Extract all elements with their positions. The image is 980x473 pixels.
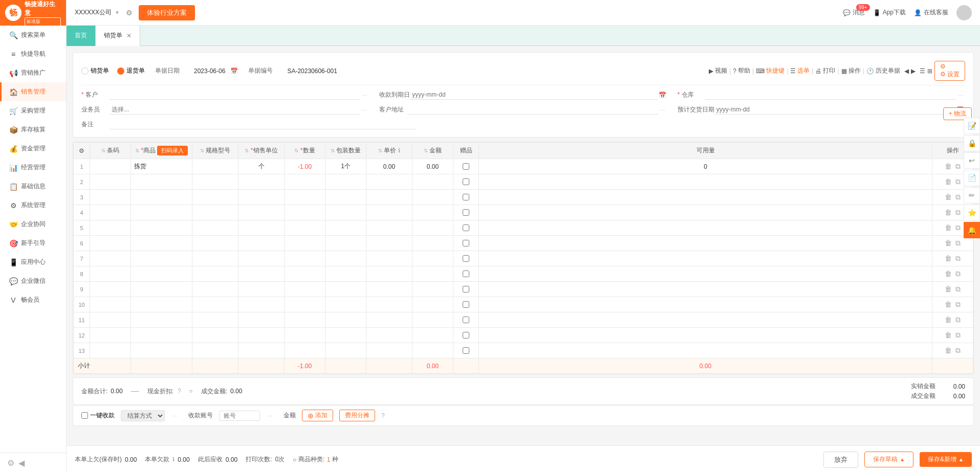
- cell-spec-3[interactable]: [192, 190, 238, 205]
- payment-method-select[interactable]: 结算方式: [121, 410, 165, 421]
- cell-gift-4[interactable]: [453, 205, 479, 220]
- rfloat-doc-btn[interactable]: 📄: [964, 170, 980, 186]
- sidebar-item-search[interactable]: 🔍 搜索菜单: [0, 26, 66, 44]
- cell-price-11[interactable]: [366, 312, 412, 328]
- copy-row-icon-13[interactable]: ⧉: [955, 346, 961, 354]
- barcode-input-6[interactable]: [93, 240, 127, 247]
- gift-check-13[interactable]: [463, 347, 469, 354]
- save-draft-btn[interactable]: 保存草稿 ▲: [864, 452, 913, 467]
- sort-unit-icon[interactable]: ⇅: [245, 148, 249, 153]
- cell-qty-12[interactable]: [285, 328, 325, 343]
- sidebar-item-wechat[interactable]: 💬 企业微信: [0, 272, 66, 290]
- delete-row-icon-5[interactable]: 🗑: [945, 223, 952, 232]
- collapse-icon[interactable]: ◀: [18, 458, 25, 468]
- cell-gift-1[interactable]: [453, 159, 479, 174]
- date-calendar-icon[interactable]: 📅: [230, 67, 238, 75]
- company-selector[interactable]: XXXXXX公司 ▼: [75, 8, 120, 17]
- cell-price-9[interactable]: [366, 282, 412, 297]
- sidebar-item-inventory[interactable]: 📦 库存核算: [0, 120, 66, 139]
- cell-spec-11[interactable]: [192, 312, 238, 328]
- payment-account-input[interactable]: [219, 411, 260, 421]
- copy-row-icon-3[interactable]: ⧉: [955, 193, 961, 201]
- cell-price-10[interactable]: [366, 297, 412, 312]
- barcode-input-11[interactable]: [93, 317, 127, 324]
- tab-close-icon[interactable]: ✕: [126, 32, 132, 39]
- cell-barcode-7[interactable]: [90, 251, 131, 266]
- cell-price-2[interactable]: [366, 174, 412, 190]
- list-view-btn[interactable]: ☰: [920, 67, 925, 75]
- cell-spec-7[interactable]: [192, 251, 238, 266]
- discount-help-icon[interactable]: ?: [178, 388, 181, 395]
- message-btn[interactable]: 💬 消息 99+: [843, 8, 865, 17]
- barcode-input-2[interactable]: [93, 178, 127, 186]
- scan-barcode-btn[interactable]: 扫码录入: [157, 146, 188, 155]
- cell-qty-4[interactable]: [285, 205, 325, 220]
- copy-row-icon-4[interactable]: ⧉: [955, 208, 961, 216]
- sidebar-item-system[interactable]: ⚙ 系统管理: [0, 196, 66, 215]
- cell-spec-4[interactable]: [192, 205, 238, 220]
- sidebar-item-sales[interactable]: 🏠 销售管理: [0, 82, 66, 101]
- delete-row-icon-10[interactable]: 🗑: [945, 300, 952, 308]
- delete-row-icon-11[interactable]: 🗑: [945, 316, 952, 324]
- abandon-btn[interactable]: 放弃: [823, 452, 858, 468]
- cell-price-6[interactable]: [366, 236, 412, 251]
- onepay-checkbox[interactable]: 一键收款: [81, 411, 115, 420]
- cell-price-13[interactable]: [366, 343, 412, 358]
- price-info-icon[interactable]: ℹ: [398, 147, 400, 153]
- settings-btn[interactable]: ⚙ ⚙ 设置: [934, 61, 965, 81]
- sort-product-icon[interactable]: ⇅: [135, 148, 139, 153]
- sidebar-item-enterprise[interactable]: 🤝 企业协同: [0, 215, 66, 234]
- cell-barcode-2[interactable]: [90, 174, 131, 190]
- rfloat-note-btn[interactable]: 📝: [964, 118, 980, 134]
- print-link[interactable]: 🖨 打印: [815, 66, 835, 75]
- onepay-check[interactable]: [81, 412, 88, 419]
- copy-row-icon-9[interactable]: ⧉: [955, 285, 961, 293]
- delete-row-icon-7[interactable]: 🗑: [945, 254, 952, 262]
- barcode-input-13[interactable]: [93, 347, 127, 354]
- copy-row-icon-8[interactable]: ⧉: [955, 269, 961, 278]
- gift-check-12[interactable]: [463, 332, 469, 339]
- cell-barcode-5[interactable]: [90, 220, 131, 236]
- cell-gift-12[interactable]: [453, 328, 479, 343]
- gift-check-10[interactable]: [463, 301, 469, 308]
- cell-spec-2[interactable]: [192, 174, 238, 190]
- barcode-input-5[interactable]: [93, 224, 127, 232]
- settings-bottom-icon[interactable]: ⚙: [7, 458, 14, 468]
- sidebar-item-quick-nav[interactable]: ≡ 快捷导航: [0, 44, 66, 63]
- barcode-input-10[interactable]: [93, 301, 127, 308]
- next-doc-btn[interactable]: ▶: [911, 67, 916, 75]
- cell-spec-1[interactable]: [192, 159, 238, 174]
- app-download-btn[interactable]: 📱 App下载: [873, 8, 906, 17]
- radio-sales-order[interactable]: 销货单: [81, 66, 109, 75]
- sidebar-item-purchase[interactable]: 🛒 采购管理: [0, 101, 66, 120]
- shortcut-link[interactable]: ⌨ 快捷键: [756, 66, 785, 75]
- gift-check-3[interactable]: [463, 194, 469, 200]
- help-link[interactable]: ? 帮助: [733, 66, 750, 75]
- user-avatar[interactable]: [956, 5, 972, 20]
- cell-qty-3[interactable]: [285, 190, 325, 205]
- warehouse-more-icon[interactable]: ···: [956, 92, 965, 99]
- copy-row-icon-10[interactable]: ⧉: [955, 300, 961, 308]
- cell-barcode-6[interactable]: [90, 236, 131, 251]
- cell-spec-8[interactable]: [192, 266, 238, 282]
- sidebar-item-member[interactable]: V 畅会员: [0, 290, 66, 309]
- barcode-input-12[interactable]: [93, 332, 127, 339]
- sidebar-item-marketing[interactable]: 📢 营销推广: [0, 63, 66, 82]
- sort-amount-icon[interactable]: ⇅: [424, 148, 428, 153]
- gift-check-9[interactable]: [463, 286, 469, 292]
- cell-barcode-9[interactable]: [90, 282, 131, 297]
- cell-price-4[interactable]: [366, 205, 412, 220]
- cell-spec-5[interactable]: [192, 220, 238, 236]
- history-link[interactable]: 🕐 历史单据: [866, 66, 900, 75]
- copy-row-icon-12[interactable]: ⧉: [955, 331, 961, 339]
- cell-qty-10[interactable]: [285, 297, 325, 312]
- remark-input[interactable]: [110, 120, 417, 129]
- cell-qty-6[interactable]: [285, 236, 325, 251]
- customer-more-icon[interactable]: ···: [360, 92, 369, 99]
- addr-more-icon[interactable]: ···: [658, 106, 667, 114]
- cell-barcode-11[interactable]: [90, 312, 131, 328]
- topbar-gear-icon[interactable]: ⚙: [126, 9, 133, 17]
- cell-price-7[interactable]: [366, 251, 412, 266]
- sidebar-item-finance[interactable]: 💰 资金管理: [0, 139, 66, 158]
- online-service-btn[interactable]: 👤 在线客服: [914, 8, 948, 17]
